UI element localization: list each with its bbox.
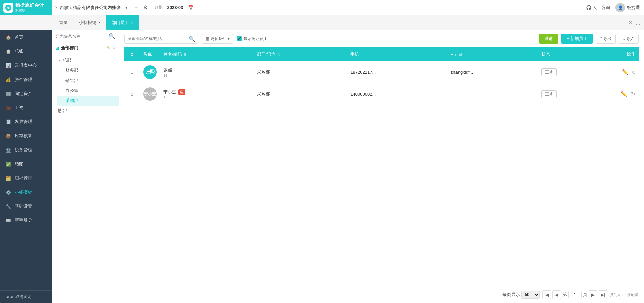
logout-icon-1[interactable]: ⎋ (632, 69, 635, 75)
sidebar-label-expense: 小畅报销 (15, 189, 32, 195)
email-cell-1: zhangxidf... (447, 61, 538, 83)
prev-page-button[interactable]: ◀ (552, 290, 561, 299)
sidebar-item-guide[interactable]: 📖 新手引导 (0, 213, 52, 228)
last-page-button[interactable]: ▶| (599, 290, 607, 299)
sidebar-item-ledger[interactable]: 📋 总账 (0, 44, 52, 58)
sidebar-label-salary: 工资 (15, 105, 23, 111)
export-icon: ⤴ (600, 36, 602, 41)
period-label: 账期 (155, 5, 163, 10)
cancel-pin-button[interactable]: ◄◄ 取消固定 (0, 290, 52, 303)
name-sort-icon: ⇅ (184, 53, 186, 56)
user-area[interactable]: 👤 畅捷通 (615, 3, 640, 12)
dept-node-sales[interactable]: 销售部 (57, 75, 119, 86)
sidebar-item-salary[interactable]: 💼 工资 (0, 101, 52, 115)
invoice-icon: 🧾 (5, 119, 11, 125)
dept-search-area: 🔍 (52, 30, 119, 42)
dept-node-office[interactable]: 办公室 (57, 86, 119, 96)
status-badge-2: 正常 (541, 90, 557, 98)
page-size-select[interactable]: 50 10 20 100 (521, 291, 540, 299)
dept-search-icon[interactable]: 🔍 (109, 33, 115, 39)
sidebar-label-reports: 云报表中心 (15, 62, 37, 68)
expense-icon: ⚙️ (5, 189, 11, 195)
dept-node-purchase[interactable]: 采购部 (57, 96, 119, 106)
archive-icon: 🗂️ (5, 175, 11, 181)
dept-search-input[interactable] (55, 34, 107, 39)
employees-table: ⚙ 头像 姓名/编码 ⇅ 部门/职位 ⇅ (124, 47, 639, 105)
search-input[interactable] (127, 36, 186, 41)
sidebar-item-funds[interactable]: 💰 资金管理 (0, 72, 52, 87)
tab-home[interactable]: 首页 (54, 15, 73, 30)
col-name[interactable]: 姓名/编码 ⇅ (160, 47, 254, 61)
edit-icon-1[interactable]: ✏️ (622, 69, 628, 75)
edit-icon-2[interactable]: ✏️ (621, 91, 627, 97)
sidebar-label-guide: 新手引导 (15, 217, 32, 223)
dept-header-icons: ✎ « (107, 45, 115, 51)
calendar-icon[interactable]: 📅 (188, 5, 194, 10)
first-page-button[interactable]: |◀ (542, 290, 551, 299)
right-panel: 🔍 ▦ 更多条件 ▾ 显示离职员工 邀请 + 新增员工 (119, 30, 644, 303)
dept-panel: 🔍 ⊞ 全部部门 ✎ « ▼ 总部 (52, 30, 119, 303)
support-button[interactable]: 🎧 人工咨询 (586, 5, 610, 11)
col-phone[interactable]: 手机 ⇅ (347, 47, 447, 61)
col-email: Email (447, 47, 538, 61)
search-icon[interactable]: 🔍 (189, 36, 195, 42)
sidebar-item-tax[interactable]: 🏦 税务管理 (0, 143, 52, 157)
sidebar-item-invoice[interactable]: 🧾 发票管理 (0, 115, 52, 129)
filter-button[interactable]: ▦ 更多条件 ▾ (202, 34, 233, 44)
sidebar-item-expense[interactable]: ⚙️ 小畅报销 (0, 185, 52, 199)
tab-home-label: 首页 (59, 20, 68, 26)
sidebar-item-inventory[interactable]: 📦 库存核算 (0, 129, 52, 143)
phone-cell-2: 140000002... (347, 83, 447, 105)
settings-button[interactable]: ⚙ (143, 4, 148, 11)
edit-dept-button[interactable]: ✎ (107, 45, 111, 51)
sidebar-item-baseset[interactable]: 🔧 基础设置 (0, 199, 52, 213)
phone-cell-1: 187202117... (347, 61, 447, 83)
dept-cell-2: 采购部 (254, 83, 347, 105)
show-resigned-label: 显示离职员工 (244, 36, 268, 42)
tab-dept-emp-close[interactable]: × (131, 20, 133, 25)
invite-button[interactable]: 邀请 (539, 34, 558, 44)
table-container: ⚙ 头像 姓名/编码 ⇅ 部门/职位 ⇅ (119, 47, 644, 286)
sidebar-item-checkout[interactable]: ✅ 结账 (0, 157, 52, 171)
page-label: 第 (562, 292, 567, 298)
col-avatar: 头像 (140, 47, 160, 61)
add-employee-button[interactable]: + 新增员工 (561, 34, 593, 44)
tab-xiaochang-close[interactable]: × (98, 20, 101, 25)
row-num-1: 1 (124, 61, 140, 83)
sidebar-item-reports[interactable]: 📊 云报表中心 (0, 58, 52, 72)
sidebar-item-archive[interactable]: 🗂️ 归档管理 (0, 171, 52, 185)
table-row: 2 宁小壹 宁小壹 应 (124, 83, 639, 105)
all-dept-label: 全部部门 (61, 45, 78, 51)
logo-text: 畅捷通好会计 (15, 2, 44, 8)
company-dropdown-button[interactable]: ▾ (124, 5, 129, 11)
col-settings-icon: ⚙ (130, 52, 134, 57)
sidebar: 🏠 首页 📋 总账 📊 云报表中心 💰 资金管理 🏢 固定资产 💼 工资 🧾 发… (0, 30, 52, 303)
tab-close-button[interactable]: × (629, 20, 632, 26)
sidebar-item-home[interactable]: 🏠 首页 (0, 30, 52, 44)
refresh-icon-2[interactable]: ↻ (631, 91, 635, 97)
sidebar-item-assets[interactable]: 🏢 固定资产 (0, 87, 52, 101)
show-resigned-checkbox[interactable] (237, 36, 241, 41)
all-dept-button[interactable]: ⊞ 全部部门 (55, 45, 78, 51)
ledger-icon: 📋 (5, 48, 11, 54)
collapse-all-button[interactable]: « (113, 45, 115, 51)
export-button[interactable]: ⤴ 导出 (596, 34, 616, 44)
tab-dept-emp[interactable]: 部门员工 × (106, 15, 139, 30)
emp-code-1: 11 (163, 73, 250, 77)
toolbar: 🔍 ▦ 更多条件 ▾ 显示离职员工 邀请 + 新增员工 (119, 30, 644, 47)
dept-node-hq[interactable]: ▼ 总部 (52, 55, 119, 65)
page-input[interactable] (568, 291, 582, 298)
next-page-button[interactable]: ▶ (589, 290, 597, 299)
dept-node-finance[interactable]: 财务部 (57, 65, 119, 75)
dept-node-hq2[interactable]: 总 部 (52, 106, 119, 116)
add-company-button[interactable]: + (132, 3, 140, 12)
col-settings[interactable]: ⚙ (124, 47, 140, 61)
tab-maximize-button[interactable]: ⛶ (635, 20, 641, 26)
emp-name-2: 宁小壹 (163, 89, 176, 95)
tab-xiaochang[interactable]: 小畅报销 × (73, 15, 106, 30)
dept-cell-1: 采购部 (254, 61, 347, 83)
col-dept[interactable]: 部门/职位 ⇅ (254, 47, 347, 61)
tab-bar: 首页 小畅报销 × 部门员工 × × ⛶ (0, 15, 644, 30)
toolbar-right: 邀请 + 新增员工 ⤴ 导出 ⤵ 导入 (539, 34, 639, 44)
import-button[interactable]: ⤵ 导入 (619, 34, 639, 44)
